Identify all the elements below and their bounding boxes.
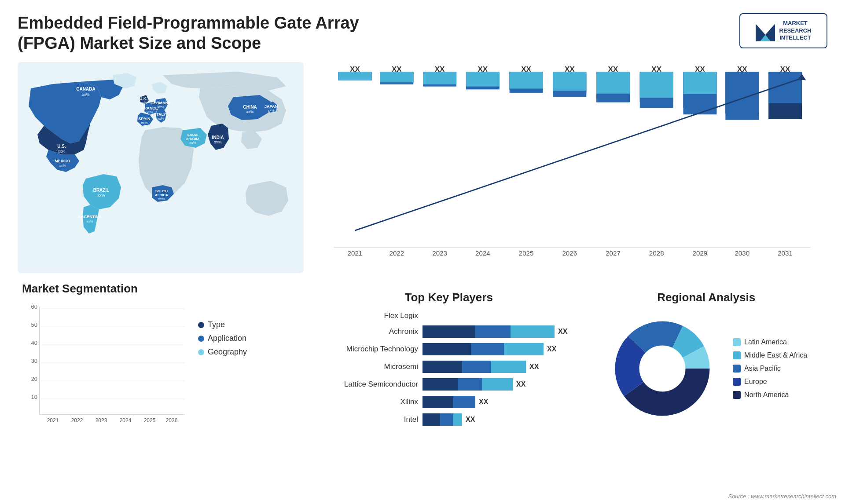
legend-type-dot — [198, 322, 204, 328]
svg-text:10: 10 — [31, 394, 37, 400]
player-row-intel: Intel XX — [330, 413, 567, 426]
svg-line-127 — [355, 78, 802, 230]
player-name-achronix: Achronix — [330, 327, 418, 336]
legend-latin-color — [733, 338, 741, 346]
svg-text:xx%: xx% — [246, 110, 254, 114]
logo-area: MARKET RESEARCH INTELLECT — [739, 13, 827, 48]
player-name-microsemi: Microsemi — [330, 362, 418, 371]
svg-text:xx%: xx% — [146, 110, 153, 114]
legend-type: Type — [198, 320, 247, 329]
page: Embedded Field-Programmable Gate Array (… — [0, 0, 845, 504]
player-bars-lattice: XX — [422, 378, 567, 391]
player-bar-seg1 — [422, 413, 440, 426]
legend-app-dot — [198, 336, 204, 342]
svg-text:U.K.: U.K. — [140, 96, 147, 101]
right-column: 2021 XX 2022 XX — [317, 62, 827, 493]
svg-text:BRAZIL: BRAZIL — [93, 188, 110, 193]
legend-geography: Geography — [198, 347, 247, 357]
svg-text:2027: 2027 — [606, 249, 621, 257]
svg-rect-91 — [466, 72, 500, 87]
segmentation-legend: Type Application Geography — [198, 303, 247, 357]
svg-text:2025: 2025 — [144, 417, 156, 424]
player-bar-microchip — [422, 343, 544, 355]
legend-mea: Middle East & Africa — [733, 351, 807, 359]
key-players-section: Top Key Players Flex Logix Achronix — [321, 286, 576, 493]
svg-text:2026: 2026 — [562, 249, 577, 257]
legend-geo-dot — [198, 349, 204, 355]
svg-text:XX: XX — [392, 66, 402, 73]
segmentation-section: Market Segmentation 60 50 — [18, 282, 308, 435]
svg-text:ARABIA: ARABIA — [186, 137, 199, 141]
legend-europe: Europe — [733, 378, 807, 386]
svg-text:ITALY: ITALY — [155, 112, 166, 117]
player-bars-achronix: XX — [422, 325, 567, 338]
svg-text:xx%: xx% — [157, 105, 164, 109]
svg-rect-116 — [683, 72, 716, 94]
svg-rect-120 — [725, 72, 759, 120]
seg-chart-svg: 60 50 40 30 20 10 — [22, 303, 189, 435]
svg-text:xx%: xx% — [86, 219, 93, 223]
main-chart-svg: 2021 XX 2022 XX — [326, 66, 819, 282]
player-bars-microchip: XX — [422, 343, 567, 355]
logo-box: MARKET RESEARCH INTELLECT — [739, 13, 827, 48]
player-bar-seg2 — [440, 413, 453, 426]
svg-text:xx%: xx% — [140, 101, 147, 105]
svg-text:xx%: xx% — [157, 117, 164, 121]
player-bar-seg1 — [422, 325, 475, 338]
legend-mea-color — [733, 351, 741, 359]
legend-application: Application — [198, 334, 247, 343]
svg-text:XX: XX — [478, 66, 488, 73]
svg-text:XX: XX — [695, 66, 705, 73]
svg-text:2029: 2029 — [693, 249, 708, 257]
svg-text:xx%: xx% — [158, 197, 165, 201]
svg-text:AFRICA: AFRICA — [155, 193, 168, 197]
logo-text: MARKET RESEARCH INTELLECT — [779, 20, 812, 42]
svg-text:2022: 2022 — [389, 249, 404, 257]
player-row-microchip: Microchip Technology XX — [330, 343, 567, 355]
world-map-svg: CANADA xx% U.S. xx% MEXICO xx% BRAZIL xx… — [18, 62, 304, 273]
svg-text:40: 40 — [31, 340, 37, 346]
svg-rect-106 — [596, 72, 630, 94]
svg-text:ARGENTINA: ARGENTINA — [78, 215, 102, 219]
player-name-lattice: Lattice Semiconductor — [330, 380, 418, 389]
svg-point-134 — [640, 347, 684, 391]
svg-text:xx%: xx% — [59, 164, 66, 168]
player-bar-seg2 — [462, 361, 491, 373]
svg-text:2025: 2025 — [519, 249, 534, 257]
legend-latin-label: Latin America — [744, 338, 787, 346]
svg-text:xx%: xx% — [214, 140, 221, 144]
svg-rect-101 — [553, 72, 586, 91]
player-bars-xilinx: XX — [422, 396, 567, 408]
donut-legend: Latin America Middle East & Africa Asia … — [733, 338, 807, 399]
segmentation-title: Market Segmentation — [22, 282, 308, 296]
svg-text:xx%: xx% — [268, 109, 274, 113]
svg-text:2021: 2021 — [348, 249, 363, 257]
segmentation-chart: 60 50 40 30 20 10 — [22, 303, 308, 435]
svg-text:INDIA: INDIA — [212, 135, 224, 140]
player-bar-seg3 — [453, 413, 462, 426]
svg-text:U.S.: U.S. — [57, 144, 66, 149]
left-column: CANADA xx% U.S. xx% MEXICO xx% BRAZIL xx… — [18, 62, 308, 493]
player-name-flexlogix: Flex Logix — [330, 311, 418, 320]
svg-text:XX: XX — [565, 66, 575, 73]
player-row-achronix: Achronix XX — [330, 325, 567, 338]
player-bar-seg1 — [422, 361, 462, 373]
svg-text:CHINA: CHINA — [243, 105, 257, 110]
legend-asia-color — [733, 365, 741, 373]
player-val-microsemi: XX — [529, 363, 539, 371]
svg-rect-96 — [510, 72, 543, 89]
player-bar-seg1 — [422, 396, 453, 408]
player-name-intel: Intel — [330, 415, 418, 424]
map-section: CANADA xx% U.S. xx% MEXICO xx% BRAZIL xx… — [18, 62, 308, 273]
player-bar-seg2 — [453, 396, 475, 408]
svg-text:XX: XX — [608, 66, 618, 73]
header: Embedded Field-Programmable Gate Array (… — [18, 13, 827, 53]
player-name-xilinx: Xilinx — [330, 398, 418, 406]
player-bar-seg3 — [511, 325, 555, 338]
player-bar-seg3 — [482, 378, 513, 391]
svg-text:CANADA: CANADA — [76, 87, 95, 91]
svg-text:2024: 2024 — [475, 249, 490, 257]
bottom-right: Top Key Players Flex Logix Achronix — [317, 286, 827, 493]
svg-text:2031: 2031 — [778, 249, 793, 257]
player-name-microchip: Microchip Technology — [330, 345, 418, 354]
